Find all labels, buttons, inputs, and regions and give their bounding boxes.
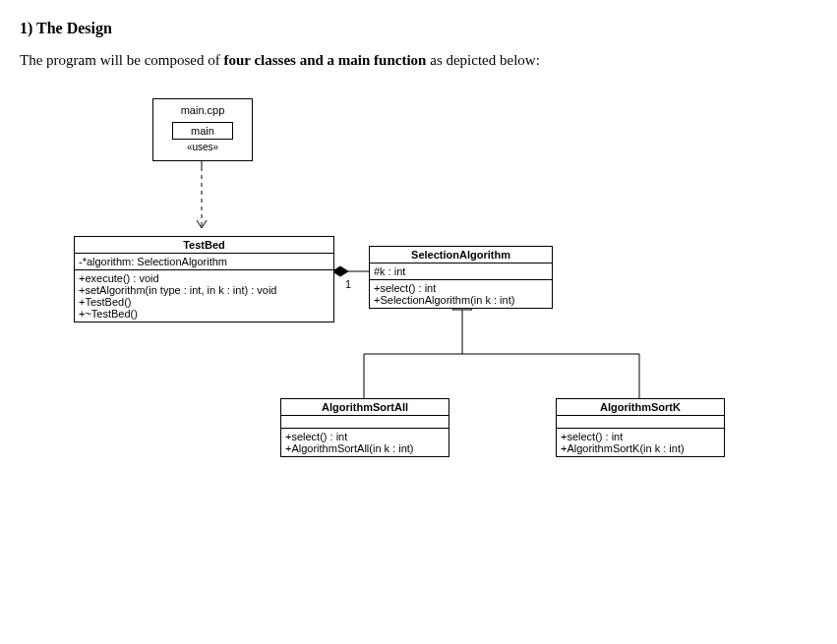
selalg-op-ctor: +SelectionAlgorithm(in k : int) [374,294,548,306]
sortall-ops: +select() : int +AlgorithmSortAll(in k :… [281,429,448,456]
testbed-attr-algorithm: -*algorithm: SelectionAlgorithm [79,256,329,267]
testbed-attrs: -*algorithm: SelectionAlgorithm [75,254,333,270]
sortk-op-ctor: +AlgorithmSortK(in k : int) [561,442,720,454]
class-testbed: TestBed -*algorithm: SelectionAlgorithm … [74,236,334,322]
multiplicity-label: 1 [345,278,351,290]
testbed-ops: +execute() : void +setAlgorithm(in type … [75,270,333,322]
class-algorithmsortall: AlgorithmSortAll +select() : int +Algori… [280,398,449,457]
sortall-op-ctor: +AlgorithmSortAll(in k : int) [285,442,445,454]
sortk-ops: +select() : int +AlgorithmSortK(in k : i… [557,429,724,456]
class-main-cpp: main.cpp main «uses» [152,98,253,161]
selalg-ops: +select() : int +SelectionAlgorithm(in k… [370,280,552,308]
main-func-box: main [172,122,233,140]
intro-pre: The program will be composed of [20,52,223,68]
class-algorithmsortk: AlgorithmSortK +select() : int +Algorith… [556,398,725,457]
testbed-title: TestBed [75,237,333,254]
sortall-op-select: +select() : int [285,431,445,442]
selalg-attr-k: #k : int [374,265,548,277]
testbed-op-dtor: +~TestBed() [79,308,329,320]
svg-marker-2 [332,266,348,276]
sortall-title: AlgorithmSortAll [281,399,448,416]
testbed-op-setalgorithm: +setAlgorithm(in type : int, in k : int)… [79,284,329,296]
sortall-attrs [281,416,448,429]
selalg-op-select: +select() : int [374,282,548,294]
selalg-title: SelectionAlgorithm [370,247,552,263]
class-selectionalgorithm: SelectionAlgorithm #k : int +select() : … [369,246,553,309]
testbed-op-execute: +execute() : void [79,272,329,284]
selalg-attrs: #k : int [370,263,552,280]
uses-stereotype: «uses» [153,142,252,152]
section-heading: 1) The Design [20,20,817,37]
uml-diagram: main.cpp main «uses» TestBed -*algorithm… [39,98,777,541]
sortk-title: AlgorithmSortK [557,399,724,416]
sortk-attrs [557,416,724,429]
testbed-op-ctor: +TestBed() [79,296,329,308]
intro-post: as depicted below: [426,52,539,68]
intro-text: The program will be composed of four cla… [20,52,817,69]
sortk-op-select: +select() : int [561,431,720,442]
main-cpp-title: main.cpp [153,104,252,116]
intro-bold: four classes and a main function [223,52,426,68]
